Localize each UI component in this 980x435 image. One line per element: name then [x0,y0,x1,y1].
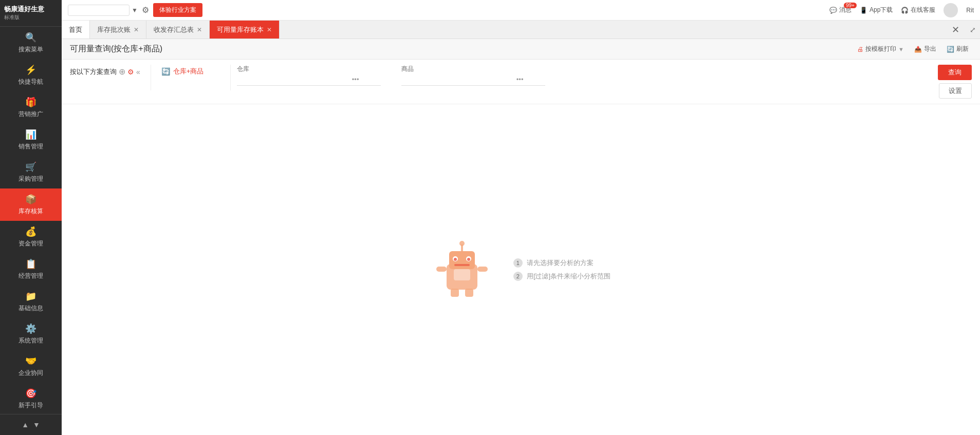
box-icon: 📦 [25,194,36,205]
scroll-up-button[interactable]: ▲ [20,419,31,431]
money-icon: 💰 [25,226,36,237]
main-area: ▼ ⚙ 体验行业方案 💬 消息 99+ 📱 App下载 🎧 在线客服 Rit 首… [62,0,980,435]
sidebar-item-marketing[interactable]: 🎁 营销推广 [0,91,62,124]
sidebar-item-label: 经营管理 [19,272,43,280]
refresh-icon: 🔄 [947,46,954,53]
expand-tab-icon[interactable]: ⤢ [966,26,980,34]
tab-available-ledger[interactable]: 可用量库存账本 ✕ [210,21,280,39]
tab-home[interactable]: 首页 [62,21,90,39]
scheme-label: 仓库+商品 [173,67,204,76]
product-more-icon[interactable]: ••• [516,75,524,83]
filter-collapse-icon[interactable]: « [136,68,140,76]
refresh-button[interactable]: 🔄 刷新 [944,43,972,55]
sidebar-item-label: 采购管理 [19,175,43,183]
sidebar-item-sales[interactable]: 📊 销售管理 [0,124,62,156]
sidebar-item-inventory[interactable]: 📦 库存核算 [0,188,62,221]
online-service-button[interactable]: 🎧 在线客服 [901,6,935,14]
product-input[interactable] [401,75,514,83]
sidebar-item-label: 销售管理 [19,142,43,151]
sidebar-item-enterprise[interactable]: 🤝 企业协同 [0,350,62,383]
scheme-icon: 🔄 [161,67,170,75]
sidebar-item-label: 搜索菜单 [19,45,43,54]
filter-field-warehouse: 仓库 ••• [237,65,381,86]
hint-text-1: 请先选择要分析的方案 [527,258,594,268]
sidebar-item-finance[interactable]: 💰 资金管理 [0,221,62,253]
tab-bar: 首页 库存批次账 ✕ 收发存汇总表 ✕ 可用量库存账本 ✕ ✕ ⤢ [62,21,980,39]
gear-icon: ⚙️ [25,323,36,334]
scheme-item-warehouse-product[interactable]: 🔄 仓库+商品 [157,65,224,78]
sidebar-item-operations[interactable]: 📋 经营管理 [0,253,62,286]
hint-num-1: 1 [513,258,523,268]
topbar-right: 💬 消息 99+ 📱 App下载 🎧 在线客服 Rit [829,3,974,17]
message-count-badge: 99+ [844,3,857,8]
sidebar-item-search[interactable]: 🔍 搜索菜单 [0,27,62,59]
svg-rect-8 [477,267,488,272]
tab-collect-summary-close-icon[interactable]: ✕ [197,26,202,33]
online-service-label: 在线客服 [911,6,935,14]
scroll-down-button[interactable]: ▼ [31,419,42,431]
svg-point-12 [459,241,465,246]
sidebar-item-label: 企业协同 [19,369,43,377]
tab-batch-account-close-icon[interactable]: ✕ [134,26,139,33]
phone-icon: 📱 [860,7,867,14]
sidebar-footer: ▲ ▼ [0,414,62,435]
svg-rect-10 [465,289,473,297]
sidebar-item-shortcut[interactable]: ⚡ 快捷导航 [0,59,62,91]
tab-available-ledger-close-icon[interactable]: ✕ [267,26,272,33]
industry-solution-button[interactable]: 体验行业方案 [153,3,202,17]
message-button[interactable]: 💬 消息 99+ [829,6,852,14]
app-download-button[interactable]: 📱 App下载 [860,6,893,14]
filter-action-buttons: 查询 设置 [930,65,972,99]
empty-robot-illustration [431,238,493,301]
export-button[interactable]: 📤 导出 [911,43,939,55]
target-icon: 🎯 [25,388,36,399]
print-dropdown-icon[interactable]: ▼ [898,46,904,52]
svg-rect-1 [449,251,475,269]
headset-icon: 🎧 [901,7,909,14]
product-field-input-area: ••• [401,75,545,86]
tab-batch-account[interactable]: 库存批次账 ✕ [90,21,146,39]
svg-point-4 [454,258,457,261]
export-label: 导出 [924,45,936,53]
warehouse-input[interactable] [237,75,350,83]
print-button[interactable]: 🖨 按模板打印 ▼ [854,43,907,55]
filter-section: 按以下方案查询 ⊕ ⚙ « 🔄 仓库+商品 仓库 [70,65,972,99]
user-avatar[interactable] [944,3,958,17]
dropdown-arrow-icon[interactable]: ▼ [132,7,138,14]
sidebar-item-newbie[interactable]: 🎯 新手引导 [0,383,62,414]
filter-settings-icon[interactable]: ⚙ [127,68,134,76]
filter-divider2 [230,65,231,90]
tab-collect-summary[interactable]: 收发存汇总表 ✕ [146,21,210,39]
svg-rect-7 [436,267,447,272]
brand-name: 畅康通好生意 [4,5,58,14]
sidebar-item-basic[interactable]: 📁 基础信息 [0,286,62,318]
filter-add-icon[interactable]: ⊕ [119,67,125,77]
print-icon: 🖨 [857,46,863,53]
cart-icon: 🛒 [25,161,36,173]
edition-label: 标准版 [4,14,58,21]
filter-divider [151,65,151,90]
search-input[interactable] [68,5,130,16]
page-title: 可用量查询(按仓库+商品) [70,44,162,54]
sidebar-item-purchase[interactable]: 🛒 采购管理 [0,156,62,188]
settings-button[interactable]: 设置 [939,83,972,99]
svg-point-5 [467,258,470,261]
hint-item-2: 2 用[过滤]条件来缩小分析范围 [513,272,611,281]
tab-collect-summary-label: 收发存汇总表 [154,25,194,34]
sidebar-item-label: 快捷导航 [19,78,43,86]
sidebar-item-label: 库存核算 [19,207,43,216]
filter-label: 按以下方案查询 [70,67,117,77]
warehouse-more-icon[interactable]: ••• [352,75,359,83]
close-all-tabs-button[interactable]: ✕ [946,24,966,35]
filter-label-area: 按以下方案查询 ⊕ ⚙ « [70,65,140,77]
sidebar-item-label: 基础信息 [19,304,43,313]
sidebar-item-system[interactable]: ⚙️ 系统管理 [0,318,62,350]
empty-hints: 1 请先选择要分析的方案 2 用[过滤]条件来缩小分析范围 [513,258,611,281]
export-icon: 📤 [914,46,922,53]
handshake-icon: 🤝 [25,355,36,367]
warehouse-field-label: 仓库 [237,65,381,73]
sidebar-item-label: 资金管理 [19,239,43,248]
query-button[interactable]: 查询 [938,65,972,80]
settings-gear-icon[interactable]: ⚙ [142,5,149,15]
sidebar-scroll: 🔍 搜索菜单 ⚡ 快捷导航 🎁 营销推广 📊 销售管理 🛒 采购管理 📦 库存核… [0,27,62,414]
